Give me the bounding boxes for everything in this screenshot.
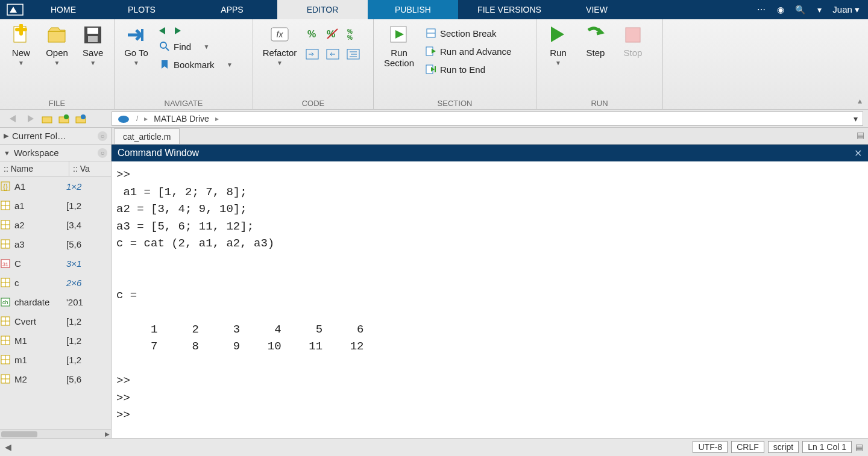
scroll-left-icon[interactable]: ◀ <box>5 442 11 452</box>
status-eol[interactable]: CRLF <box>731 441 764 453</box>
tab-apps[interactable]: APPS <box>187 0 277 19</box>
ws-col-value[interactable]: :: Va <box>69 161 111 176</box>
chevron-right-icon: ▸ <box>215 114 219 123</box>
refactor-icon: fx <box>269 24 291 46</box>
run-to-end-button[interactable]: Run to End <box>423 61 514 77</box>
ribbon-group-code: fx Refactor▼ % % %% CODE <box>253 19 374 109</box>
workspace-hscrollbar[interactable]: ▶ <box>0 429 111 438</box>
workspace-header: :: Name :: Va <box>0 161 111 176</box>
breadcrumb[interactable]: / ▸ MATLAB Drive ▸ ▾ <box>112 111 863 126</box>
tab-publish[interactable]: PUBLISH <box>368 0 458 19</box>
bookmark-button[interactable]: Bookmark ▼ <box>157 57 235 72</box>
tab-home[interactable]: HOME <box>30 0 96 19</box>
var-type-icon: 31 <box>0 258 13 269</box>
svg-rect-29 <box>42 117 52 123</box>
workspace-row[interactable]: M1[1,2 <box>0 331 111 350</box>
workspace-row[interactable]: m1[1,2 <box>0 350 111 369</box>
workspace-panel-header[interactable]: ▼ Workspace ○ <box>0 145 111 161</box>
panel-close-icon[interactable]: ○ <box>98 131 107 141</box>
breadcrumb-drive[interactable]: MATLAB Drive <box>154 114 209 123</box>
comment-icon[interactable]: % <box>305 27 323 45</box>
more-icon[interactable]: ⋯ <box>755 5 767 14</box>
folder-up-icon[interactable] <box>41 113 53 124</box>
circle-icon[interactable]: ◉ <box>775 5 787 14</box>
run-section-button[interactable]: Run Section <box>379 23 420 68</box>
workspace-row[interactable]: a2[3,4 <box>0 215 111 234</box>
workspace-row[interactable]: a1[1,2 <box>0 196 111 215</box>
goto-icon <box>125 24 147 46</box>
tab-plots[interactable]: PLOTS <box>96 0 187 19</box>
editor-tab-menu-icon[interactable]: ▤ <box>857 130 864 140</box>
wrap-comment-icon[interactable]: %% <box>346 27 364 45</box>
status-bar: ◀ UTF-8 CRLF script Ln 1 Col 1 ▤ <box>0 438 868 455</box>
save-button[interactable]: Save▼ <box>77 23 109 66</box>
var-type-icon <box>0 316 13 326</box>
folder-refresh-icon[interactable] <box>58 113 70 124</box>
goto-button[interactable]: Go To▼ <box>119 23 153 66</box>
refactor-button[interactable]: fx Refactor▼ <box>258 23 301 66</box>
status-filetype[interactable]: script <box>768 441 799 453</box>
nav-back-button[interactable] <box>7 113 19 124</box>
var-type-icon: {} <box>0 181 13 192</box>
ribbon-spacer: ▴ <box>663 19 868 109</box>
status-menu-icon[interactable]: ▤ <box>855 442 863 452</box>
current-folder-panel-header[interactable]: ▶ Current Fol… ○ <box>0 128 111 145</box>
user-menu[interactable]: Juan ▾ <box>832 4 860 15</box>
run-button[interactable]: Run▼ <box>541 23 575 66</box>
nav-back-icon[interactable] <box>157 25 169 36</box>
tab-view[interactable]: VIEW <box>561 0 633 19</box>
ws-col-name[interactable]: :: Name <box>0 161 69 176</box>
search-dropdown-icon[interactable]: ▾ <box>813 5 825 14</box>
code-tools-grid: % % %% <box>305 23 364 65</box>
workspace-row[interactable]: chchardate'201 <box>0 292 111 311</box>
workspace-row[interactable]: M2[5,6 <box>0 369 111 389</box>
cloud-icon <box>117 114 130 123</box>
group-label-section: SECTION <box>379 98 531 108</box>
step-label: Step <box>587 48 605 58</box>
section-break-button[interactable]: Section Break <box>423 25 514 41</box>
command-window-close-icon[interactable]: ✕ <box>854 148 862 159</box>
uncomment-icon[interactable]: % <box>326 27 344 45</box>
nav-forward-button[interactable] <box>24 113 36 124</box>
user-name: Juan <box>832 4 852 14</box>
var-name: C <box>13 258 66 269</box>
stop-button[interactable]: Stop <box>616 23 650 58</box>
tab-editor[interactable]: EDITOR <box>277 0 368 19</box>
folder-cloud-icon[interactable] <box>75 113 87 124</box>
workspace-row[interactable]: c2×6 <box>0 273 111 292</box>
var-type-icon <box>0 239 13 249</box>
stop-icon <box>622 24 644 46</box>
find-button[interactable]: Find ▼ <box>157 39 235 54</box>
step-button[interactable]: Step <box>579 23 612 58</box>
editor-tab[interactable]: cat_article.m <box>114 128 180 144</box>
run-advance-label: Run and Advance <box>440 46 511 57</box>
var-value: [1,2 <box>66 316 111 326</box>
group-label-navigate: NAVIGATE <box>119 98 248 108</box>
new-button[interactable]: New▼ <box>5 23 37 66</box>
workspace-row[interactable]: {}A11×2 <box>0 176 111 196</box>
search-icon[interactable]: 🔍 <box>794 5 806 14</box>
collapse-ribbon-icon[interactable]: ▴ <box>858 96 862 105</box>
run-advance-button[interactable]: Run and Advance <box>423 43 514 59</box>
open-button[interactable]: Open▼ <box>41 23 74 66</box>
command-window-body[interactable]: >> a1 = [1, 2; 7, 8]; a2 = [3, 4; 9, 10]… <box>112 161 868 438</box>
panel-close-icon[interactable]: ○ <box>98 148 107 158</box>
status-encoding[interactable]: UTF-8 <box>693 441 728 453</box>
svg-text:%: % <box>307 29 316 39</box>
breadcrumb-dropdown-icon[interactable]: ▾ <box>854 114 858 123</box>
run-section-icon <box>388 24 410 46</box>
var-name: a2 <box>13 220 66 230</box>
outdent-icon[interactable] <box>326 47 344 65</box>
tab-file-versions[interactable]: FILE VERSIONS <box>458 0 561 19</box>
workspace-row[interactable]: a3[5,6 <box>0 234 111 254</box>
nav-forward-icon[interactable] <box>171 25 183 36</box>
smart-indent-icon[interactable] <box>346 47 364 65</box>
workspace-row[interactable]: Cvert[1,2 <box>0 311 111 331</box>
workspace-row[interactable]: 31C3×1 <box>0 254 111 273</box>
stop-label: Stop <box>624 48 643 58</box>
var-value: 3×1 <box>66 258 111 269</box>
status-cursor-pos[interactable]: Ln 1 Col 1 <box>802 441 852 453</box>
status-right: UTF-8 CRLF script Ln 1 Col 1 ▤ <box>693 441 863 453</box>
save-label: Save <box>83 48 103 58</box>
indent-icon[interactable] <box>305 47 323 65</box>
